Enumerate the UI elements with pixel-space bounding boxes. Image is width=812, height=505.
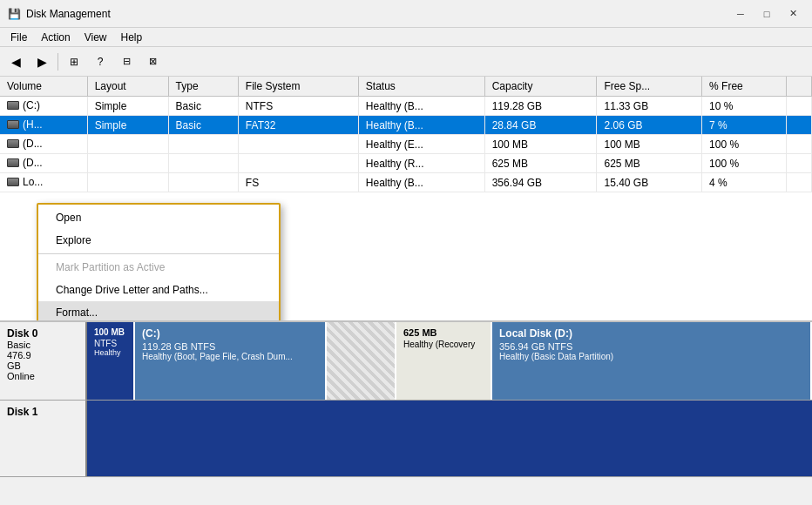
partition-c-size: 119.28 GB NTFS xyxy=(142,341,318,352)
partition-c-status: Healthy (Boot, Page File, Crash Dum... xyxy=(142,352,318,361)
disk-1-partitions xyxy=(87,401,812,476)
partition-c-title: (C:) xyxy=(142,327,318,340)
table-row[interactable]: (C:)SimpleBasicNTFSHealthy (B...119.28 G… xyxy=(0,97,812,116)
partition-recovery-small[interactable] xyxy=(327,322,396,400)
partition-c[interactable]: (C:) 119.28 GB NTFS Healthy (Boot, Page … xyxy=(135,322,327,400)
forward-button[interactable]: ▶ xyxy=(30,50,54,73)
properties-button[interactable]: ⊟ xyxy=(114,50,139,73)
disk-1-name: Disk 1 xyxy=(7,406,78,418)
table-header-row: Volume Layout Type File System Status Ca… xyxy=(0,77,812,97)
table-row[interactable]: (H...SimpleBasicFAT32Healthy (B...28.84 … xyxy=(0,116,812,135)
disk-0-status: Online xyxy=(7,371,78,381)
disk-icon xyxy=(7,178,19,186)
col-status[interactable]: Status xyxy=(358,77,484,97)
ctx-change-letter[interactable]: Change Drive Letter and Paths... xyxy=(38,279,279,301)
partition-625-title: 625 MB xyxy=(403,327,484,338)
disk-view: Disk 0 Basic 476.9 GB Online 100 MB NTFS… xyxy=(0,320,812,505)
toolbar-separator-1 xyxy=(58,53,58,71)
disk-0-size: 476.9 xyxy=(7,350,78,360)
disk-1-label: Disk 1 xyxy=(0,401,87,476)
context-menu: Open Explore Mark Partition as Active Ch… xyxy=(37,203,281,320)
ctx-explore[interactable]: Explore xyxy=(38,229,279,252)
table-row[interactable]: (D...Healthy (R...625 MB625 MB100 % xyxy=(0,154,812,173)
disk-icon xyxy=(7,120,19,129)
col-filesystem[interactable]: File System xyxy=(238,77,358,97)
col-layout[interactable]: Layout xyxy=(87,77,168,97)
disk-icon xyxy=(7,101,19,110)
partition-system-reserved[interactable]: 100 MB NTFS Healthy xyxy=(87,322,135,400)
app-icon: 💾 xyxy=(7,7,21,21)
view-button[interactable]: ⊞ xyxy=(62,50,86,73)
disk-icon xyxy=(7,139,19,148)
col-volume[interactable]: Volume xyxy=(0,77,87,97)
back-button[interactable]: ◀ xyxy=(3,50,28,73)
partition-sr-health: Healthy xyxy=(94,348,126,357)
menu-bar: File Action View Help xyxy=(0,28,812,47)
disk-icon xyxy=(7,158,19,167)
maximize-button[interactable]: □ xyxy=(754,5,779,23)
toolbar: ◀ ▶ ⊞ ? ⊟ ⊠ xyxy=(0,47,812,77)
menu-action[interactable]: Action xyxy=(34,30,77,45)
disk-0-size-unit: GB xyxy=(7,360,78,371)
title-bar: 💾 Disk Management ─ □ ✕ xyxy=(0,0,812,28)
menu-help[interactable]: Help xyxy=(114,30,150,45)
col-extra[interactable] xyxy=(786,77,812,97)
close-button[interactable]: ✕ xyxy=(781,5,805,23)
menu-file[interactable]: File xyxy=(3,30,34,45)
ctx-separator-1 xyxy=(38,253,279,254)
window-controls: ─ □ ✕ xyxy=(728,5,805,23)
table-row[interactable]: (D...Healthy (E...100 MB100 MB100 % xyxy=(0,135,812,154)
partition-sr-title: 100 MB xyxy=(94,327,126,337)
ctx-format[interactable]: Format... xyxy=(38,301,279,320)
ctx-mark-active: Mark Partition as Active xyxy=(38,256,279,279)
minimize-button[interactable]: ─ xyxy=(728,5,753,23)
menu-view[interactable]: View xyxy=(78,30,114,45)
col-capacity[interactable]: Capacity xyxy=(484,77,597,97)
window-title: Disk Management xyxy=(26,8,728,20)
volume-table-container: Volume Layout Type File System Status Ca… xyxy=(0,77,812,320)
partition-sr-status: NTFS xyxy=(94,339,126,348)
col-type[interactable]: Type xyxy=(168,77,238,97)
partition-d-status: Healthy (Basic Data Partition) xyxy=(499,352,803,361)
volume-table: Volume Layout Type File System Status Ca… xyxy=(0,77,812,192)
col-percent[interactable]: % Free xyxy=(702,77,786,97)
partition-625-status: Healthy (Recovery xyxy=(403,340,484,349)
table-row[interactable]: Lo...FSHealthy (B...356.94 GB15.40 GB4 % xyxy=(0,173,812,192)
partition-d-title: Local Disk (D:) xyxy=(499,327,803,340)
col-free[interactable]: Free Sp... xyxy=(597,77,702,97)
disk-1-row: Disk 1 xyxy=(0,401,812,477)
help-button[interactable]: ? xyxy=(88,50,112,73)
ctx-open[interactable]: Open xyxy=(38,206,279,229)
partition-d-size: 356.94 GB NTFS xyxy=(499,341,803,352)
disk-0-name: Disk 0 xyxy=(7,327,78,340)
refresh-button[interactable]: ⊠ xyxy=(140,50,165,73)
partition-d[interactable]: Local Disk (D:) 356.94 GB NTFS Healthy (… xyxy=(492,322,812,400)
disk-0-type: Basic xyxy=(7,340,78,350)
disk-0-row: Disk 0 Basic 476.9 GB Online 100 MB NTFS… xyxy=(0,322,812,401)
partition-625mb[interactable]: 625 MB Healthy (Recovery xyxy=(396,322,492,400)
disk-0-label: Disk 0 Basic 476.9 GB Online xyxy=(0,322,87,400)
disk-0-partitions: 100 MB NTFS Healthy (C:) 119.28 GB NTFS … xyxy=(87,322,812,400)
